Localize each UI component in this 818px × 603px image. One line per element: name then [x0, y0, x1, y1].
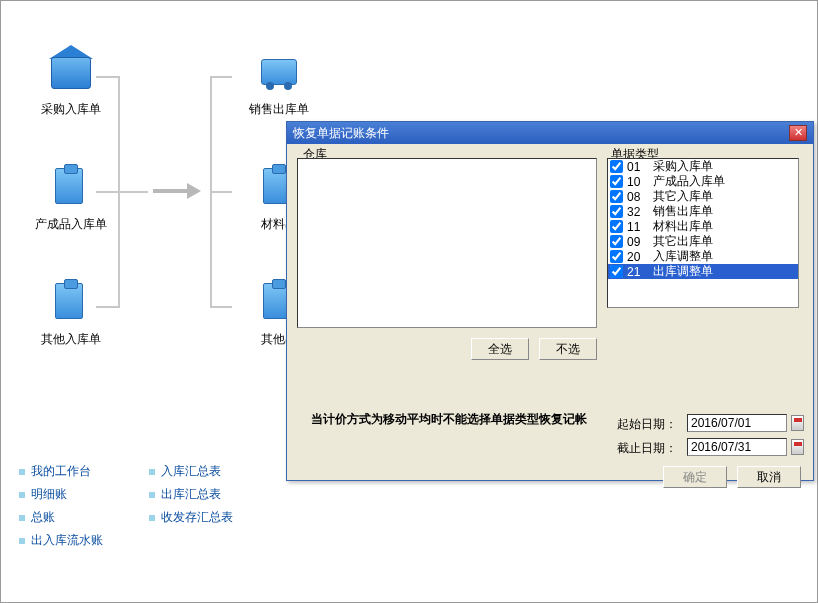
dialog-title: 恢复单据记账条件	[293, 122, 389, 144]
doctype-row[interactable]: 32销售出库单	[608, 204, 798, 219]
start-date-label: 起始日期：	[617, 416, 677, 433]
doctype-row[interactable]: 08其它入库单	[608, 189, 798, 204]
doctype-checkbox[interactable]	[610, 175, 623, 188]
link-general-ledger[interactable]: 总账	[19, 509, 149, 526]
doctype-row[interactable]: 20入库调整单	[608, 249, 798, 264]
start-date-input[interactable]	[687, 414, 787, 432]
end-date-label: 截止日期：	[617, 440, 677, 457]
doctype-checkbox[interactable]	[610, 250, 623, 263]
select-all-button[interactable]: 全选	[471, 338, 529, 360]
doctype-row[interactable]: 01采购入库单	[608, 159, 798, 174]
doctype-row[interactable]: 11材料出库单	[608, 219, 798, 234]
doctype-checkbox[interactable]	[610, 190, 623, 203]
icon-purchase-in[interactable]: 采购入库单	[31, 49, 111, 118]
ok-button[interactable]: 确定	[663, 466, 727, 488]
calendar-icon[interactable]	[791, 439, 804, 455]
select-none-button[interactable]: 不选	[539, 338, 597, 360]
icon-sales-out[interactable]: 销售出库单	[239, 49, 319, 118]
doctype-checkbox[interactable]	[610, 265, 623, 278]
doctype-checkbox[interactable]	[610, 235, 623, 248]
doctype-code: 10	[627, 175, 653, 189]
links-panel: 我的工作台 明细账 总账 出入库流水账 入库汇总表 出库汇总表 收发存汇总表	[19, 463, 319, 555]
doctype-code: 11	[627, 220, 653, 234]
icon-label: 销售出库单	[239, 101, 319, 118]
warning-text: 当计价方式为移动平均时不能选择单据类型恢复记帐	[311, 412, 601, 427]
link-stock-summary[interactable]: 收发存汇总表	[149, 509, 279, 526]
icon-label: 采购入库单	[31, 101, 111, 118]
restore-posting-dialog: 恢复单据记账条件 ✕ 仓库 单据类型 01采购入库单10产成品入库单08其它入库…	[286, 121, 814, 481]
link-workbench[interactable]: 我的工作台	[19, 463, 149, 480]
doctype-row[interactable]: 09其它出库单	[608, 234, 798, 249]
icon-label: 其他入库单	[31, 331, 111, 348]
warehouse-listbox[interactable]	[297, 158, 597, 328]
cancel-button[interactable]: 取消	[737, 466, 801, 488]
dialog-titlebar[interactable]: 恢复单据记账条件 ✕	[287, 122, 813, 144]
doctype-code: 20	[627, 250, 653, 264]
link-in-summary[interactable]: 入库汇总表	[149, 463, 279, 480]
doctype-code: 08	[627, 190, 653, 204]
link-inout-journal[interactable]: 出入库流水账	[19, 532, 149, 549]
close-button[interactable]: ✕	[789, 125, 807, 141]
doctype-checkbox[interactable]	[610, 220, 623, 233]
doctype-code: 21	[627, 265, 653, 279]
doctype-row[interactable]: 21出库调整单	[608, 264, 798, 279]
doctype-code: 32	[627, 205, 653, 219]
link-detail-ledger[interactable]: 明细账	[19, 486, 149, 503]
doctype-listbox[interactable]: 01采购入库单10产成品入库单08其它入库单32销售出库单11材料出库单09其它…	[607, 158, 799, 308]
doctype-row[interactable]: 10产成品入库单	[608, 174, 798, 189]
doctype-checkbox[interactable]	[610, 160, 623, 173]
flow-arrow-icon	[153, 183, 203, 199]
end-date-input[interactable]	[687, 438, 787, 456]
icon-other-in[interactable]: 其他入库单	[31, 279, 111, 348]
icon-product-in[interactable]: 产成品入库单	[31, 164, 111, 233]
calendar-icon[interactable]	[791, 415, 804, 431]
link-out-summary[interactable]: 出库汇总表	[149, 486, 279, 503]
doctype-checkbox[interactable]	[610, 205, 623, 218]
doctype-code: 01	[627, 160, 653, 174]
doctype-code: 09	[627, 235, 653, 249]
doctype-name: 出库调整单	[653, 263, 713, 280]
icon-label: 产成品入库单	[31, 216, 111, 233]
